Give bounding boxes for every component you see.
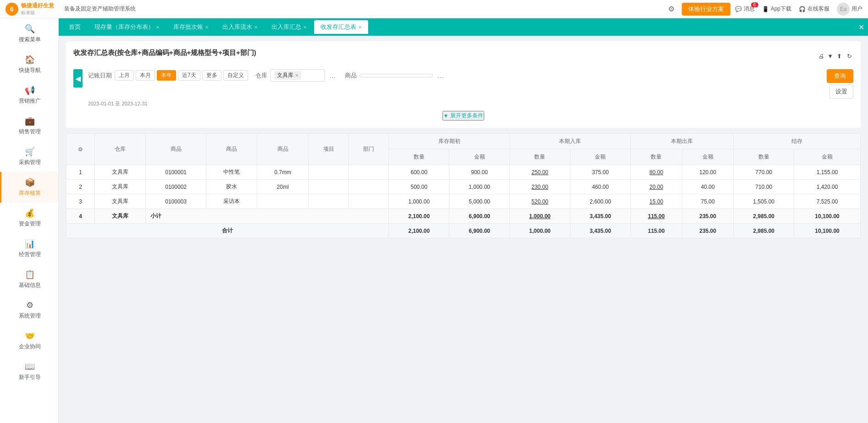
subtotal-open-amt: 6,900.00 xyxy=(449,209,510,224)
collapse-filter-button[interactable]: ◀ xyxy=(73,69,83,88)
tab-close-flow[interactable]: ✕ xyxy=(254,25,258,30)
row-dept xyxy=(348,165,389,180)
warehouse-tag-close[interactable]: ✕ xyxy=(295,73,299,78)
row-in-qty[interactable]: 250.00 xyxy=(510,165,570,180)
settings-icon[interactable]: ⚙ xyxy=(668,5,677,13)
tab-stock-dist[interactable]: 现存量（库存分布表）✕ xyxy=(88,20,166,34)
sidebar-label-inventory: 库存核算 xyxy=(19,189,41,197)
row-in-qty[interactable]: 230.00 xyxy=(510,180,570,194)
total-out-amt: 235.00 xyxy=(682,224,733,238)
date-prev-month[interactable]: 上月 xyxy=(115,70,134,81)
date-custom[interactable]: 自定义 xyxy=(223,70,248,81)
warehouse-label: 仓库 xyxy=(255,71,267,80)
subtotal-out-qty[interactable]: 115.00 xyxy=(630,209,682,224)
tab-close-summary[interactable]: ✕ xyxy=(303,25,307,30)
tab-home[interactable]: 首页 xyxy=(62,20,87,34)
top-bar-actions: 💬 消息 6 📱 App下载 🎧 在线客服 Ea 用户 xyxy=(735,3,862,16)
row-out-qty[interactable]: 15.00 xyxy=(630,194,682,209)
row-name: 胶水 xyxy=(206,180,257,194)
row-name: 中性笔 xyxy=(206,165,257,180)
filter-row: ◀ 记账日期 上月 本月 本年 近7天 更多 xyxy=(73,69,853,99)
setting-button[interactable]: 设置 xyxy=(829,85,853,99)
tab-close-recv-send[interactable]: ✕ xyxy=(358,25,362,30)
col-project: 项目 xyxy=(309,134,349,165)
date-7days[interactable]: 近7天 xyxy=(178,70,200,81)
total-in-amt: 3,435.00 xyxy=(570,224,630,238)
sidebar-item-purchase[interactable]: 🛒 采购管理 xyxy=(0,141,58,172)
refresh-icon: ↻ xyxy=(847,53,852,60)
refresh-button[interactable]: ↻ xyxy=(847,53,853,60)
product-more-dots[interactable]: ... xyxy=(436,71,445,80)
row-open-qty: 500.00 xyxy=(389,180,449,194)
sidebar-item-inventory[interactable]: 📦 库存核算 xyxy=(0,172,58,203)
row-in-qty[interactable]: 520.00 xyxy=(510,194,570,209)
col-gear: ⚙ xyxy=(66,134,95,165)
online-service-action[interactable]: 🎧 在线客服 xyxy=(799,5,829,13)
tab-recv-send[interactable]: 收发存汇总表✕ xyxy=(314,20,368,34)
row-out-qty[interactable]: 80.00 xyxy=(630,165,682,180)
date-more[interactable]: 更多 xyxy=(202,70,221,81)
product-filter-field: 商品 ... xyxy=(345,71,445,80)
tab-label-home: 首页 xyxy=(69,23,81,31)
app-download-action[interactable]: 📱 App下载 xyxy=(762,5,791,13)
date-cur-year[interactable]: 本年 xyxy=(157,70,176,81)
sidebar-item-sales[interactable]: 💼 销售管理 xyxy=(0,110,58,141)
subtotal-in-amt: 3,435.00 xyxy=(570,209,630,224)
tab-close-all[interactable]: ✕ xyxy=(858,23,864,32)
col-out-qty: 数量 xyxy=(630,149,682,165)
tab-close-stock-dist[interactable]: ✕ xyxy=(156,25,160,30)
search-icon: 🔍 xyxy=(25,24,35,34)
sidebar-item-enterprise[interactable]: 🤝 企业协同 xyxy=(0,325,58,356)
col-open-stock: 库存期初 xyxy=(389,134,510,149)
row-in-amt: 460.00 xyxy=(570,180,630,194)
product-input[interactable] xyxy=(359,74,433,77)
industry-button[interactable]: 体验行业方案 xyxy=(682,3,730,16)
sidebar-item-basic[interactable]: 📋 基础信息 xyxy=(0,264,58,295)
sidebar-item-guide[interactable]: 📖 新手引导 xyxy=(0,356,58,387)
export-button[interactable]: ⬆ xyxy=(837,53,843,60)
tab-close-batch[interactable]: ✕ xyxy=(205,25,209,30)
tab-label-recv-send: 收发存汇总表 xyxy=(321,23,356,31)
subtotal-in-qty[interactable]: 1,000.00 xyxy=(510,209,570,224)
system-icon: ⚙ xyxy=(26,300,33,310)
date-cur-month[interactable]: 本月 xyxy=(136,70,155,81)
export-icon: ⬆ xyxy=(837,53,842,60)
row-dept xyxy=(348,194,389,209)
sales-icon: 💼 xyxy=(25,116,35,126)
sidebar-item-system[interactable]: ⚙ 系统管理 xyxy=(0,295,58,325)
tab-summary[interactable]: 出入库汇总✕ xyxy=(265,20,313,34)
tab-bar: 首页现存量（库存分布表）✕库存批次账✕出入库流水✕出入库汇总✕收发存汇总表✕ ✕ xyxy=(59,18,868,36)
expand-row: ▼ 展开更多条件 xyxy=(73,111,853,121)
warehouse-input[interactable]: 文具库 ✕ xyxy=(270,69,325,82)
sidebar-item-quick-nav[interactable]: 🏠 快捷导航 xyxy=(0,49,58,80)
row-open-amt: 5,000.00 xyxy=(449,194,510,209)
tab-label-stock-dist: 现存量（库存分布表） xyxy=(94,23,154,31)
row-open-amt: 900.00 xyxy=(449,165,510,180)
sidebar-item-search[interactable]: 🔍 搜索菜单 xyxy=(0,18,58,49)
app-wrapper: 6 畅捷通好生意 标准版 装备及固定资产辅助管理系统 ⚙ 体验行业方案 💬 消息… xyxy=(0,0,868,423)
inventory-icon: 📦 xyxy=(25,177,35,187)
col-out-stock: 本期出库 xyxy=(630,134,734,149)
sidebar-item-operations[interactable]: 📊 经营管理 xyxy=(0,233,58,264)
warehouse-more-dots[interactable]: ... xyxy=(328,71,337,80)
tab-label-flow: 出入库流水 xyxy=(222,23,252,31)
total-open-amt: 6,900.00 xyxy=(449,224,510,238)
print-button[interactable]: 🖨 ▼ xyxy=(818,53,833,60)
page-title: 收发存汇总表(按仓库+商品编码+商品+规格型号+项目+部门) xyxy=(73,49,256,57)
expand-conditions-button[interactable]: ▼ 展开更多条件 xyxy=(442,111,485,121)
sidebar-item-finance[interactable]: 💰 资金管理 xyxy=(0,203,58,233)
tab-batch[interactable]: 库存批次账✕ xyxy=(167,20,215,34)
warehouse-tag: 文具库 ✕ xyxy=(274,71,301,80)
row-out-qty[interactable]: 20.00 xyxy=(630,180,682,194)
date-range-display: 2023-01-01 至 2023-12-31 xyxy=(88,100,853,107)
col-code: 商品 xyxy=(146,134,206,165)
tab-flow[interactable]: 出入库流水✕ xyxy=(216,20,264,34)
query-button[interactable]: 查询 xyxy=(827,69,853,83)
sidebar-item-marketing[interactable]: 📢 营销推广 xyxy=(0,80,58,110)
user-action[interactable]: Ea 用户 xyxy=(837,3,862,16)
sidebar: 🔍 搜索菜单 🏠 快捷导航 📢 营销推广 💼 销售管理 🛒 采购管理 📦 库存核… xyxy=(0,18,59,423)
table-card: ⚙ 仓库 商品 商品 商品 项目 部门 库存期初 本期入库 本期出库 结存 xyxy=(66,133,861,238)
message-action[interactable]: 💬 消息 6 xyxy=(735,5,755,13)
row-dept xyxy=(348,180,389,194)
quick-nav-icon: 🏠 xyxy=(25,55,35,65)
